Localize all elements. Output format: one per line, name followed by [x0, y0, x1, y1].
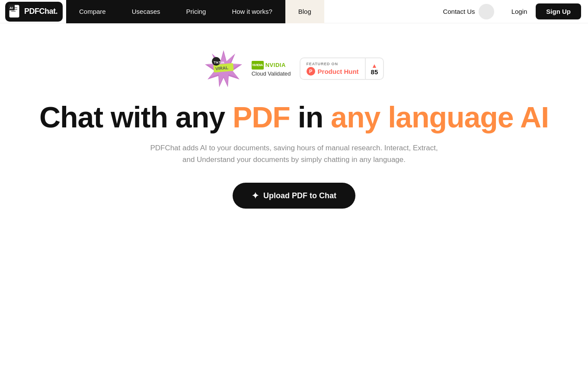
ph-featured-label: FEATURED ON: [307, 62, 338, 66]
ph-bottom: P Product Hunt: [307, 67, 359, 76]
hero-subtitle: PDFChat adds AI to your documents, savin…: [147, 142, 441, 165]
hero-title-lang: any language AI: [331, 101, 549, 133]
hero-title: Chat with any PDF in any language AI: [39, 101, 549, 133]
ph-name: Product Hunt: [318, 68, 359, 75]
nav-compare[interactable]: Compare: [66, 0, 119, 23]
badges-row: VIRAL TikTok NVIDIA NVIDIA Cloud Validat…: [204, 49, 384, 88]
nav-usecases[interactable]: Usecases: [119, 0, 173, 23]
nav-how-it-works[interactable]: How it works?: [219, 0, 285, 23]
nvidia-name-text: NVIDIA: [265, 62, 286, 68]
navbar: AI PDFChat. Compare Usecases Pricing How…: [0, 0, 588, 23]
viral-badge: VIRAL TikTok: [204, 49, 243, 88]
ph-badge-left: FEATURED ON P Product Hunt: [300, 58, 365, 79]
upload-btn-label: Upload PDF to Chat: [263, 191, 336, 200]
hero-title-pdf: PDF: [233, 101, 290, 133]
logo[interactable]: AI PDFChat.: [5, 2, 63, 22]
svg-text:TikTok: TikTok: [214, 60, 225, 64]
nvidia-cloud-text: Cloud Validated: [252, 70, 291, 77]
ph-p-icon: P: [307, 67, 315, 76]
nav-blog[interactable]: Blog: [285, 0, 324, 23]
hero-title-start: Chat with any: [39, 101, 233, 133]
login-button[interactable]: Login: [503, 8, 536, 15]
nvidia-badge: NVIDIA NVIDIA Cloud Validated: [252, 61, 291, 77]
svg-text:AI: AI: [10, 6, 13, 10]
contact-dot-icon: [479, 4, 494, 19]
ph-count: 85: [371, 69, 378, 75]
logo-text: PDFChat.: [24, 7, 58, 16]
product-hunt-badge[interactable]: FEATURED ON P Product Hunt ▲ 85: [300, 57, 384, 80]
ph-arrow-icon: ▲: [371, 63, 377, 69]
nav-items: Compare Usecases Pricing How it works? B…: [66, 0, 434, 23]
nav-right: Contact Us Login Sign Up: [434, 3, 588, 19]
hero-title-mid: in: [290, 101, 331, 133]
viral-starburst-icon: VIRAL TikTok: [204, 49, 243, 88]
hero-section: VIRAL TikTok NVIDIA NVIDIA Cloud Validat…: [0, 23, 588, 209]
logo-icon: AI: [9, 4, 22, 19]
sparkle-icon: ✦: [252, 190, 259, 201]
upload-pdf-button[interactable]: ✦ Upload PDF to Chat: [233, 183, 355, 209]
signup-button[interactable]: Sign Up: [536, 3, 581, 19]
nvidia-eye-icon: NVIDIA: [252, 61, 264, 70]
contact-us-text: Contact Us: [443, 8, 475, 15]
contact-us-area: Contact Us: [434, 4, 502, 19]
nvidia-logo: NVIDIA NVIDIA: [252, 61, 286, 70]
ph-badge-right: ▲ 85: [365, 58, 383, 79]
nav-pricing[interactable]: Pricing: [173, 0, 219, 23]
